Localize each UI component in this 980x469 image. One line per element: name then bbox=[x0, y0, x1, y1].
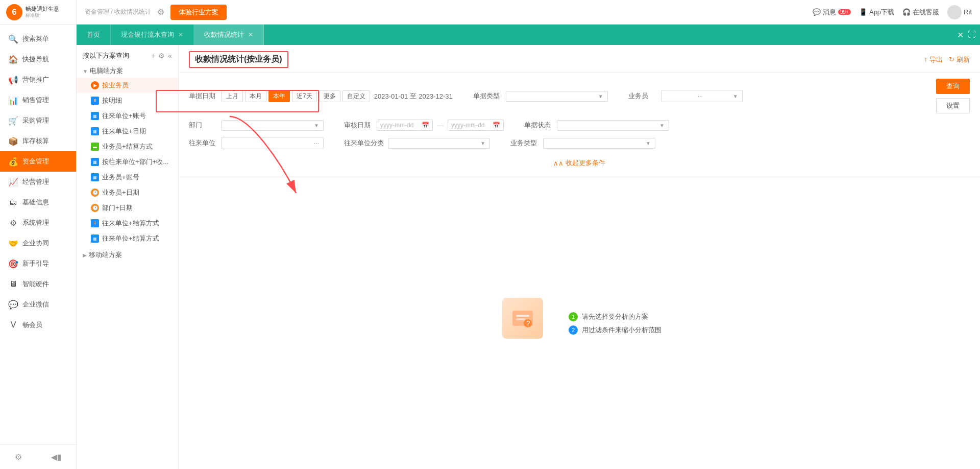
sidebar-item-corp[interactable]: 🤝 企业协同 bbox=[0, 233, 76, 253]
sidebar-item-guide[interactable]: 🎯 新手引导 bbox=[0, 253, 76, 274]
empty-tips: 1 请先选择要分析的方案 2 用过滤条件来缩小分析范围 bbox=[569, 312, 662, 335]
filter-area: 单据日期 上月 本月 本年 近7天 更多 自定义 2023-01-01 至 bbox=[179, 73, 980, 177]
topbar-gear-icon[interactable]: ⚙ bbox=[157, 7, 164, 17]
sidebar-item-purchase[interactable]: 🛒 采购管理 bbox=[0, 110, 76, 131]
sidebar-item-shortcut[interactable]: 🏠 快捷导航 bbox=[0, 49, 76, 69]
sidebar-item-wechat[interactable]: 💬 企业微信 bbox=[0, 294, 76, 315]
add-scheme-btn[interactable]: + bbox=[151, 52, 155, 60]
scheme-item-partner-date[interactable]: ▦ 往来单位+日期 bbox=[77, 124, 178, 139]
date-separator: 至 bbox=[410, 91, 416, 101]
scheme-item-salesman-account-label: 业务员+账号 bbox=[102, 173, 139, 182]
scheme-item-partner-settle1[interactable]: ⠿ 往来单位+结算方式 bbox=[77, 216, 178, 231]
scheme-group-desktop-title[interactable]: ▼ 电脑端方案 bbox=[77, 64, 178, 78]
sidebar-item-sales[interactable]: 📊 销售管理 bbox=[0, 90, 76, 110]
trial-btn[interactable]: 体验行业方案 bbox=[170, 5, 227, 20]
empty-state-inner: ? 1 请先选择要分析的方案 2 用过滤条件来缩小分析范围 bbox=[497, 293, 662, 354]
sidebar-item-system[interactable]: ⚙ 系统管理 bbox=[0, 213, 76, 233]
salesman-select[interactable]: ··· ▼ bbox=[661, 90, 743, 102]
review-date-label: 审核日期 bbox=[344, 121, 373, 130]
scheme-group-mobile-title[interactable]: ▶ 移动端方案 bbox=[77, 248, 178, 262]
collapse-label: 收起更多条件 bbox=[566, 158, 605, 168]
scheme-item-by-salesman[interactable]: ▶ 按业务员 bbox=[77, 78, 178, 93]
calendar-to-icon: 📅 bbox=[493, 122, 500, 129]
tab-receipt[interactable]: 收款情况统计 ✕ bbox=[194, 25, 264, 45]
biz-type-arrow: ▼ bbox=[646, 140, 651, 146]
scheme-item-salesman-account[interactable]: ▦ 业务员+账号 bbox=[77, 170, 178, 185]
sidebar-item-sales-label: 销售管理 bbox=[22, 96, 49, 105]
messages-btn[interactable]: 💬 消息 99+ bbox=[813, 8, 851, 17]
sidebar-item-wechat-label: 企业微信 bbox=[22, 300, 49, 309]
page-title: 收款情况统计(按业务员) bbox=[195, 55, 282, 63]
scheme-item-by-detail-label: 按明细 bbox=[102, 96, 122, 105]
scheme-item-salesman-date[interactable]: 🕐 业务员+日期 bbox=[77, 185, 178, 200]
scheme-item-salesman-settle[interactable]: ▬ 业务员+结算方式 bbox=[77, 139, 178, 154]
collapse-bar[interactable]: ∧∧ 收起更多条件 bbox=[189, 155, 970, 171]
topbar-left: 资金管理 / 收款情况统计 ⚙ 体验行业方案 bbox=[85, 5, 227, 20]
sidebar-item-basic[interactable]: 🗂 基础信息 bbox=[0, 192, 76, 213]
sidebar-item-business[interactable]: 📈 经营管理 bbox=[0, 172, 76, 192]
scheme-icon-dept-date: 🕐 bbox=[91, 204, 99, 212]
collapse-panel-btn[interactable]: « bbox=[168, 52, 172, 60]
tab-bank-close[interactable]: ✕ bbox=[178, 31, 183, 38]
close-all-btn[interactable]: ✕ bbox=[957, 30, 964, 40]
doc-status-select[interactable]: ▼ bbox=[557, 120, 669, 131]
partner-category-label: 往来单位分类 bbox=[344, 138, 384, 148]
date-btn-custom[interactable]: 自定义 bbox=[342, 90, 370, 102]
sidebar-item-marketing[interactable]: 📢 营销推广 bbox=[0, 69, 76, 90]
scheme-item-partner-settle1-label: 往来单位+结算方式 bbox=[102, 219, 159, 228]
scheme-item-salesman-date-label: 业务员+日期 bbox=[102, 188, 139, 197]
filter-row-3: 往来单位 ··· 往来单位分类 ▼ 业务类型 bbox=[189, 137, 970, 149]
salesman-select-arrow: ▼ bbox=[733, 93, 738, 99]
sidebar-settings-btn[interactable]: ⚙ bbox=[11, 450, 26, 464]
biz-type-select[interactable]: ▼ bbox=[543, 138, 655, 149]
date-btn-more[interactable]: 更多 bbox=[319, 90, 340, 102]
scheme-item-partner-dept-recv[interactable]: ▦ 按往来单位+部门+收... bbox=[77, 154, 178, 170]
empty-tip-1: 1 请先选择要分析的方案 bbox=[569, 312, 662, 321]
query-btn[interactable]: 查询 bbox=[936, 79, 970, 94]
messages-badge: 99+ bbox=[838, 9, 851, 15]
logo-text: 畅捷通好生意 标准版 bbox=[26, 5, 59, 19]
tab-bank[interactable]: 现金银行流水查询 ✕ bbox=[111, 25, 194, 45]
refresh-btn[interactable]: ↻ 刷新 bbox=[949, 55, 970, 64]
review-to-input[interactable]: yyyy-mm-dd 📅 bbox=[448, 120, 504, 131]
doctype-label: 单据类型 bbox=[473, 91, 502, 101]
date-btn-7days[interactable]: 近7天 bbox=[292, 90, 317, 102]
tip-num-2: 2 bbox=[569, 325, 578, 335]
sidebar-item-inventory[interactable]: 📦 库存核算 bbox=[0, 131, 76, 151]
review-from-input[interactable]: yyyy-mm-dd 📅 bbox=[377, 120, 433, 131]
avatar bbox=[947, 5, 962, 19]
dept-select[interactable]: ▼ bbox=[222, 120, 324, 131]
tab-home[interactable]: 首页 bbox=[77, 25, 111, 45]
tab-receipt-close[interactable]: ✕ bbox=[248, 31, 253, 38]
scheme-item-partner-account[interactable]: ▦ 往来单位+账号 bbox=[77, 108, 178, 124]
biz-type-label: 业务类型 bbox=[510, 138, 539, 148]
scheme-settings-btn[interactable]: ⚙ bbox=[158, 52, 165, 60]
export-btn[interactable]: ↑ 导出 bbox=[924, 55, 943, 64]
page-header: 收款情况统计(按业务员) ↑ 导出 ↻ 刷新 bbox=[179, 45, 980, 73]
partner-category-select[interactable]: ▼ bbox=[388, 138, 490, 149]
date-btn-last-month[interactable]: 上月 bbox=[222, 90, 243, 102]
app-download-btn[interactable]: 📱 App下载 bbox=[859, 8, 894, 17]
sidebar-item-search-label: 搜索菜单 bbox=[22, 34, 49, 43]
scheme-icon-partner-account: ▦ bbox=[91, 112, 99, 120]
tab-home-label: 首页 bbox=[87, 30, 100, 39]
doctype-select[interactable]: ▼ bbox=[506, 91, 608, 102]
partner-select[interactable]: ··· bbox=[222, 137, 324, 149]
scheme-item-by-detail[interactable]: ⠿ 按明细 bbox=[77, 93, 178, 108]
scheme-item-dept-date[interactable]: 🕐 部门+日期 bbox=[77, 200, 178, 216]
setting-btn[interactable]: 设置 bbox=[936, 98, 970, 113]
sidebar-item-finance[interactable]: 💰 资金管理 bbox=[0, 151, 76, 172]
user-info[interactable]: Rit bbox=[947, 5, 972, 19]
sidebar-item-hardware[interactable]: 🖥 智能硬件 bbox=[0, 274, 76, 294]
date-btn-this-month[interactable]: 本月 bbox=[245, 90, 266, 102]
dept-select-arrow: ▼ bbox=[314, 123, 319, 128]
sidebar-item-vip[interactable]: V 畅会员 bbox=[0, 315, 76, 335]
sidebar-collapse-btn[interactable]: ◀▮ bbox=[47, 450, 66, 464]
scheme-item-partner-settle2[interactable]: ▦ 往来单位+结算方式 bbox=[77, 231, 178, 246]
maximize-btn[interactable]: ⛶ bbox=[968, 30, 976, 40]
empty-state: ? 1 请先选择要分析的方案 2 用过滤条件来缩小分析范围 bbox=[179, 177, 980, 469]
sidebar-item-search[interactable]: 🔍 搜索菜单 bbox=[0, 29, 76, 49]
date-from: 2023-01-01 bbox=[374, 92, 408, 100]
date-btn-this-year[interactable]: 本年 bbox=[268, 90, 290, 102]
online-service-btn[interactable]: 🎧 在线客服 bbox=[902, 8, 939, 17]
